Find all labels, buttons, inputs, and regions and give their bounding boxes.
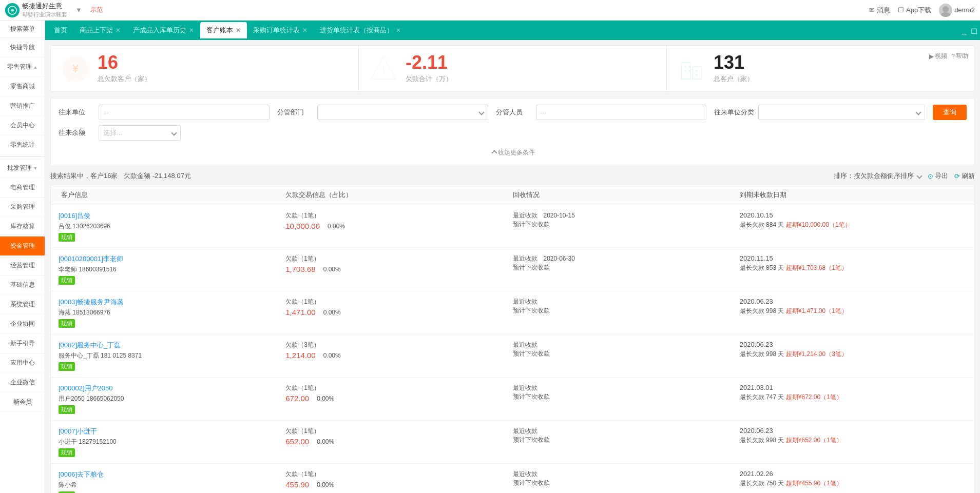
refresh-icon: ⟳ [954, 172, 960, 180]
message-btn[interactable]: ✉ 消息 [869, 6, 890, 15]
tab-maximize-btn[interactable]: ◻ [971, 26, 977, 35]
tag-xian-0: 现销 [59, 233, 75, 242]
tab-product-off[interactable]: 商品上下架 ✕ [73, 22, 127, 38]
refresh-btn[interactable]: ⟳ 刷新 [954, 171, 975, 181]
debt-cell-3: 欠款（3笔） 1,214.00 0.00% [285, 341, 512, 360]
sidebar-item-retail-mgmt[interactable]: 零售管理 ▲ [0, 57, 45, 77]
tab-customer-account-close[interactable]: ✕ [236, 27, 241, 34]
table-row: [0002]服务中心_丁磊 服务中心_丁磊 181 0125 8371 现销 欠… [51, 334, 974, 378]
sort-select[interactable]: 排序：按欠款金额倒序排序 [834, 171, 921, 181]
search-btn[interactable]: 查询 [933, 105, 967, 120]
sidebar-item-ecommerce[interactable]: 电商管理 [0, 178, 45, 198]
sidebar-item-vip[interactable]: 畅会员 [0, 392, 45, 412]
svg-text:¥: ¥ [72, 62, 79, 75]
sidebar-item-retail-stats[interactable]: 零售统计 [0, 135, 45, 155]
recovery-next-0: 预计下次收款 [513, 220, 740, 229]
export-icon: ⊙ [928, 172, 933, 180]
tab-purchase-stats[interactable]: 采购订单统计表 ✕ [247, 22, 314, 38]
customer-name-3[interactable]: [0002]服务中心_丁磊 [59, 341, 285, 350]
result-text: 搜索结果中，客户16家 欠款金额 -21,148.07元 [50, 171, 191, 181]
overdue-date-0: 2020.10.15 [740, 211, 967, 219]
tab-minimize-btn[interactable]: ⎯ [962, 26, 967, 35]
debt-label-1: 欠款（1笔） [285, 254, 512, 263]
sidebar-item-basic[interactable]: 基础信息 [0, 275, 45, 295]
search-menu-label[interactable]: 搜索菜单 [10, 25, 35, 32]
result-bar-right: 排序：按欠款金额倒序排序 ⊙ 导出 ⟳ 刷新 [834, 171, 975, 181]
sidebar-item-system[interactable]: 系统管理 [0, 295, 45, 314]
dept-select[interactable] [317, 105, 488, 120]
export-btn[interactable]: ⊙ 导出 [928, 171, 948, 181]
sidebar-item-finance[interactable]: 资金管理 [0, 236, 45, 256]
tab-produce-history[interactable]: 产成品入库单历史 ✕ [127, 22, 200, 38]
unit-category-select[interactable] [758, 105, 925, 120]
customer-name-4[interactable]: [000002]用户2050 [59, 384, 285, 393]
collapse-label: 收起更多条件 [498, 148, 535, 157]
overdue-date-3: 2020.06.23 [740, 341, 967, 348]
table-body: [0016]吕俊 吕俊 13026203696 现销 欠款（1笔） 10,000… [51, 205, 974, 493]
tab-purchase-product-stats-close[interactable]: ✕ [396, 27, 401, 34]
overdue-link-1[interactable]: 超期¥1,703.68（1笔） [786, 264, 848, 271]
overdue-link-3[interactable]: 超期¥1,214.00（3笔） [786, 350, 848, 358]
tab-home[interactable]: 首页 [48, 22, 73, 38]
manager-label: 分管人员 [496, 108, 532, 117]
debt-amount-label: 欠款合计（万） [406, 74, 656, 84]
sidebar-item-enterprise[interactable]: 企业协同 [0, 314, 45, 334]
sidebar-item-batch-mgmt[interactable]: 批发管理 ▼ [0, 159, 45, 178]
data-table: 客户信息 欠款交易信息（占比） 回收情况 到期未收款日期 [0016]吕俊 吕俊… [50, 185, 975, 493]
overdue-days-6: 最长欠款 750 天 超期¥455.90（1笔） [740, 479, 967, 488]
debt-cell-0: 欠款（1笔） 10,000.00 0.00% [285, 211, 512, 230]
balance-placeholder: 选择... [103, 128, 122, 137]
sidebar-search[interactable]: 搜索菜单 [0, 21, 45, 38]
tab-product-off-close[interactable]: ✕ [116, 27, 121, 34]
overdue-cell-0: 2020.10.15 最长欠款 884 天 超期¥10,000.00（1笔） [740, 211, 967, 229]
manager-input[interactable]: ··· [536, 105, 707, 120]
customer-name-5[interactable]: [0007]小迸干 [59, 427, 285, 436]
tab-purchase-product-stats-label: 进货单统计表（按商品） [320, 26, 393, 35]
sidebar-item-stock[interactable]: 库存核算 [0, 217, 45, 236]
sidebar-item-apps[interactable]: 应用中心 [0, 353, 45, 373]
video-btn[interactable]: ▶ 视频 [929, 52, 947, 61]
sidebar-item-newbie[interactable]: 新手引导 [0, 334, 45, 353]
tab-purchase-stats-close[interactable]: ✕ [302, 27, 308, 34]
debt-ratio-2: 0.00% [323, 309, 341, 316]
balance-select[interactable]: 选择... [99, 125, 181, 141]
filter-dept: 分管部门 [277, 105, 488, 120]
sidebar-item-member[interactable]: 会员中心 [0, 116, 45, 135]
customer-phone-4: 用户2050 18665062050 [59, 395, 285, 403]
customer-name-1[interactable]: [00010200001]李老师 [59, 254, 285, 264]
tab-customer-account[interactable]: 客户账本 ✕ [200, 22, 247, 38]
sidebar-item-retail-store[interactable]: 零售商城 [0, 77, 45, 96]
sidebar-collapse-btn[interactable]: ▼ [75, 6, 82, 14]
sidebar-item-operation[interactable]: 经营管理 [0, 256, 45, 275]
sidebar-item-marketing[interactable]: 营销推广 [0, 96, 45, 116]
customer-name-2[interactable]: [0003]畅捷服务尹海蒸 [59, 298, 285, 307]
sidebar-item-corp-wechat[interactable]: 企业微信 [0, 373, 45, 392]
stat-actions: ▶ 视频 ? 帮助 [929, 52, 968, 61]
tab-purchase-product-stats[interactable]: 进货单统计表（按商品） ✕ [314, 22, 407, 38]
recovery-next-6: 预计下次收款 [513, 479, 740, 487]
help-btn[interactable]: ? 帮助 [951, 52, 968, 61]
avatar [939, 4, 952, 17]
source-unit-input[interactable]: ··· [99, 105, 270, 120]
sidebar-item-quick-nav[interactable]: 快捷导航 [0, 38, 45, 57]
overdue-link-4[interactable]: 超期¥672.00（1笔） [786, 393, 842, 401]
tag-xian-2: 现销 [59, 319, 75, 328]
customer-name-6[interactable]: [0006]去下粮仓 [59, 470, 285, 479]
overdue-link-0[interactable]: 超期¥10,000.00（1笔） [786, 221, 851, 228]
customer-phone-0: 吕俊 13026203696 [59, 222, 285, 231]
overdue-link-5[interactable]: 超期¥652.00（1笔） [786, 437, 842, 444]
collapse-btn[interactable]: 收起更多条件 [491, 148, 535, 157]
overdue-cell-2: 2020.06.23 最长欠款 998 天 超期¥1,471.00（1笔） [740, 298, 967, 315]
overdue-link-6[interactable]: 超期¥455.90（1笔） [786, 480, 842, 487]
video-label: 视频 [935, 52, 947, 61]
user-area[interactable]: demo2 [939, 4, 975, 17]
debt-label-0: 欠款（1笔） [285, 211, 512, 220]
tab-produce-history-close[interactable]: ✕ [189, 27, 194, 34]
app-download-btn[interactable]: ☐ App下载 [898, 6, 931, 15]
customer-name-0[interactable]: [0016]吕俊 [59, 211, 285, 221]
main-layout: 搜索菜单 快捷导航 零售管理 ▲ 零售商城 营销推广 会员中心 零售统计 批发管… [0, 21, 980, 493]
balance-label: 往来余额 [59, 128, 94, 137]
sidebar-item-purchase[interactable]: 采购管理 [0, 198, 45, 217]
app-title-label: 示范 [90, 6, 103, 14]
overdue-link-2[interactable]: 超期¥1,471.00（1笔） [786, 307, 848, 314]
